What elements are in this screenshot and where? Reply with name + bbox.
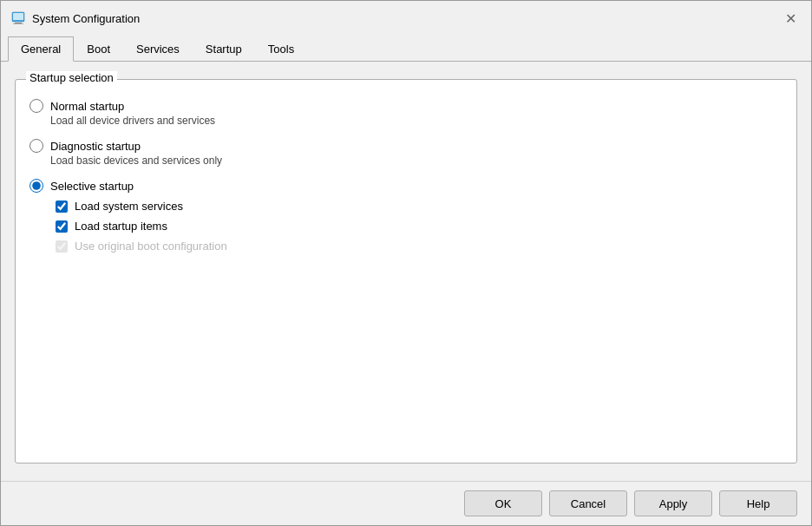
- tab-services[interactable]: Services: [123, 36, 193, 62]
- selective-startup-option: Selective startup Load system services L…: [29, 179, 783, 253]
- ok-button[interactable]: OK: [464, 490, 542, 516]
- svg-rect-3: [13, 23, 23, 24]
- load-system-services-label: Load system services: [75, 200, 183, 213]
- close-button[interactable]: ✕: [780, 8, 801, 29]
- title-bar-left: System Configuration: [11, 11, 140, 25]
- diagnostic-startup-label: Diagnostic startup: [50, 140, 141, 153]
- load-system-services-checkbox[interactable]: [56, 201, 68, 213]
- use-original-boot-label: Use original boot configuration: [75, 240, 227, 253]
- normal-startup-option: Normal startup Load all device drivers a…: [29, 99, 783, 127]
- tab-bar: General Boot Services Startup Tools: [1, 36, 811, 62]
- normal-startup-desc: Load all device drivers and services: [50, 115, 783, 127]
- apply-button[interactable]: Apply: [634, 490, 712, 516]
- load-startup-items-row[interactable]: Load startup items: [56, 220, 783, 233]
- help-button[interactable]: Help: [719, 490, 797, 516]
- cancel-button[interactable]: Cancel: [549, 490, 627, 516]
- group-legend: Startup selection: [26, 71, 117, 84]
- selective-startup-label-row[interactable]: Selective startup: [29, 179, 783, 193]
- tab-startup[interactable]: Startup: [193, 36, 255, 62]
- tab-boot[interactable]: Boot: [74, 36, 123, 62]
- system-config-icon: [11, 11, 25, 25]
- svg-rect-1: [13, 13, 23, 20]
- selective-startup-radio[interactable]: [29, 179, 43, 193]
- normal-startup-label-row[interactable]: Normal startup: [29, 99, 783, 113]
- startup-selection-group: Startup selection Normal startup Load al…: [15, 79, 797, 464]
- selective-startup-label: Selective startup: [50, 180, 134, 193]
- diagnostic-startup-radio[interactable]: [29, 139, 43, 153]
- normal-startup-radio[interactable]: [29, 99, 43, 113]
- use-original-boot-row: Use original boot configuration: [56, 240, 783, 253]
- load-system-services-row[interactable]: Load system services: [56, 200, 783, 213]
- content-area: Startup selection Normal startup Load al…: [1, 62, 811, 481]
- footer: OK Cancel Apply Help: [1, 481, 811, 525]
- title-bar: System Configuration ✕: [1, 1, 811, 36]
- load-startup-items-checkbox[interactable]: [56, 220, 68, 233]
- tab-general[interactable]: General: [8, 36, 74, 62]
- startup-options: Normal startup Load all device drivers a…: [29, 99, 783, 265]
- window-title: System Configuration: [32, 12, 140, 25]
- use-original-boot-checkbox: [56, 240, 68, 253]
- normal-startup-label: Normal startup: [50, 100, 124, 113]
- tab-tools[interactable]: Tools: [255, 36, 307, 62]
- diagnostic-startup-label-row[interactable]: Diagnostic startup: [29, 139, 783, 153]
- load-startup-items-label: Load startup items: [75, 220, 167, 233]
- diagnostic-startup-option: Diagnostic startup Load basic devices an…: [29, 139, 783, 167]
- diagnostic-startup-desc: Load basic devices and services only: [50, 155, 783, 167]
- system-configuration-window: System Configuration ✕ General Boot Serv…: [0, 0, 812, 526]
- selective-startup-checkboxes: Load system services Load startup items …: [56, 200, 783, 253]
